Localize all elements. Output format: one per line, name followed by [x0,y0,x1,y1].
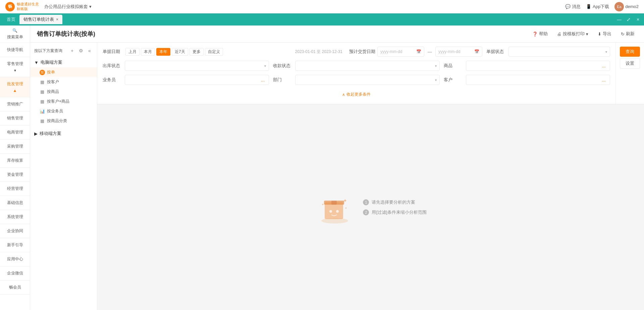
app-download-btn[interactable]: 📱 App下载 [586,4,609,10]
sidebar-item-corpwechat[interactable]: 企业微信 [0,266,30,280]
salesperson-input[interactable]: ... [125,75,269,85]
scheme-settings-btn[interactable]: ⚙ [77,47,84,54]
date-btn-more[interactable]: 更多 [190,48,204,56]
department-label: 部门 [273,77,293,83]
department-select[interactable]: ▾ [295,75,439,85]
setting-button[interactable]: 设置 [620,58,640,69]
scheme-item-by-order[interactable]: 按 按单 [30,67,97,77]
wholesale-arrow-icon: ▲ [13,88,17,93]
empty-state: ✦ ✦ ✦ 1 请先选择要分析的方案 2 用[过滤]条件来缩小分析范围 [97,104,644,310]
page-title: 销售订单统计表(按单) [37,30,95,38]
main-layout: 🔍 搜索菜单 快捷导航 零售管理 ▾ 批发管理 ▲ 营销推广 销售管理 电商管理… [0,25,644,310]
message-nav-btn[interactable]: 💬 消息 [565,4,581,10]
sidebar-item-member[interactable]: 畅会员 [0,280,30,295]
window-minimize-btn[interactable]: — [616,16,623,23]
action-buttons: 查询 设置 [615,43,644,104]
sidebar-item-basic[interactable]: 基础信息 [0,196,30,210]
svg-text:✦: ✦ [345,207,347,210]
salesperson-ellipsis-icon[interactable]: ... [260,77,266,83]
retail-arrow-icon: ▾ [14,68,16,73]
date-filter-group: 单据日期 上月 本月 本年 近7天 更多 自定义 [103,48,288,56]
expected-date-end[interactable]: yyyy-mm-dd 📅 [435,47,482,57]
collapse-more-conditions-btn[interactable]: ∧ 收起更多条件 [103,89,610,100]
salesperson-filter-group: 业务员 ... [103,75,269,85]
sidebar-item-sales[interactable]: 销售管理 [0,111,30,125]
tab-close-btn[interactable]: × [56,17,58,22]
sidebar-item-purchase[interactable]: 采购管理 [0,140,30,154]
expected-date-group: 预计交货日期 yyyy-mm-dd 📅 — yyyy-mm-dd 📅 [349,47,482,57]
product-input[interactable]: ... [466,61,610,71]
sidebar-item-cooperation[interactable]: 企业协同 [0,224,30,238]
ship-status-select[interactable]: ▾ [125,61,269,71]
by-customer-icon: ▦ [40,80,45,85]
export-btn[interactable]: ⬇ 导出 [595,30,614,38]
sidebar-item-marketing[interactable]: 营销推广 [0,97,30,111]
by-category-icon: ▦ [40,118,45,124]
salesperson-label: 业务员 [103,77,123,83]
customer-label: 客户 [444,77,464,83]
scheme-item-by-category[interactable]: ▦ 按商品分类 [30,116,97,126]
scheme-item-by-customer[interactable]: ▦ 按客户 [30,77,97,87]
window-close-btn[interactable]: × [635,16,641,23]
sidebar-item-ecommerce[interactable]: 电商管理 [0,125,30,140]
message-icon: 💬 [565,4,571,9]
sidebar-item-search-menu[interactable]: 🔍 搜索菜单 [0,25,30,43]
date-btn-custom[interactable]: 自定义 [205,48,223,56]
date-btn-last-month[interactable]: 上月 [125,48,140,56]
step-1-circle: 1 [363,199,369,205]
sidebar-item-appcenter[interactable]: 应用中心 [0,252,30,266]
tab-sales-order-stats[interactable]: 销售订单统计表 × [19,15,62,24]
sidebar-item-system[interactable]: 系统管理 [0,210,30,224]
user-avatar: Ea [614,2,624,11]
help-btn[interactable]: ❓ 帮助 [530,30,550,38]
print-arrow-icon: ▾ [586,32,588,37]
scheme-add-btn[interactable]: + [69,47,75,54]
window-maximize-btn[interactable]: ⤢ [625,16,632,23]
company-selector[interactable]: 办公用品行业模拟账套 ▾ [42,2,94,11]
product-ellipsis-icon[interactable]: ... [600,63,607,68]
query-button[interactable]: 查询 [620,47,640,57]
scheme-collapse-btn[interactable]: « [86,47,93,54]
status-select[interactable]: ▾ [508,47,610,57]
sidebar-item-operation[interactable]: 经营管理 [0,182,30,196]
sidebar-item-newuser[interactable]: 新手引导 [0,238,30,252]
date-label: 单据日期 [103,49,123,55]
svg-text:✦: ✦ [321,203,324,206]
calendar-end-icon: 📅 [474,49,479,54]
customer-input[interactable]: ... [466,75,610,85]
payment-status-select[interactable]: ▾ [295,61,439,71]
tab-home[interactable]: 首页 [3,15,19,24]
user-profile[interactable]: Ea demo2 [614,2,639,11]
scheme-group-mobile-header[interactable]: ▶ 移动端方案 [30,128,97,139]
sidebar-item-inventory[interactable]: 库存核算 [0,154,30,168]
by-customer-product-icon: ▦ [40,99,45,104]
print-btn[interactable]: 🖨 按模板打印 ▾ [554,30,591,38]
refresh-btn[interactable]: ↻ 刷新 [618,30,637,38]
date-range-display: 2023-01-01 至 2023-12-31 [292,49,345,55]
collapse-icon: ∧ [342,92,345,97]
date-btn-this-year[interactable]: 本年 [156,48,170,56]
sidebar-item-quick-nav[interactable]: 快捷导航 [0,43,30,57]
by-order-icon: 按 [40,70,45,75]
main-panel: 按以下方案查询 + ⚙ « ▼ 电脑端方案 按 [30,43,644,310]
ship-chevron-icon: ▾ [264,64,266,68]
scheme-item-by-salesperson[interactable]: 📊 按业务员 [30,106,97,116]
customer-ellipsis-icon[interactable]: ... [600,77,607,83]
company-dropdown-icon: ▾ [89,4,92,9]
scheme-group-pc-header[interactable]: ▼ 电脑端方案 [30,57,97,67]
sidebar-item-wholesale[interactable]: 批发管理 ▲ [0,77,30,97]
svg-rect-3 [331,201,337,205]
scheme-group-mobile: ▶ 移动端方案 [30,127,97,140]
date-btn-last-7days[interactable]: 近7天 [172,48,188,56]
search-icon: 🔍 [12,28,17,33]
expected-date-start[interactable]: yyyy-mm-dd 📅 [377,47,424,57]
sidebar-item-retail[interactable]: 零售管理 ▾ [0,57,30,77]
pc-group-collapse-icon: ▼ [34,60,39,65]
scheme-item-by-customer-product[interactable]: ▦ 按客户+商品 [30,97,97,106]
by-product-icon: ▦ [40,89,45,95]
sidebar-item-finance[interactable]: 资金管理 [0,168,30,182]
sidebar: 🔍 搜索菜单 快捷导航 零售管理 ▾ 批发管理 ▲ 营销推广 销售管理 电商管理… [0,25,30,310]
status-chevron-icon: ▾ [605,50,607,54]
scheme-item-by-product[interactable]: ▦ 按商品 [30,87,97,97]
date-btn-this-month[interactable]: 本月 [141,48,155,56]
